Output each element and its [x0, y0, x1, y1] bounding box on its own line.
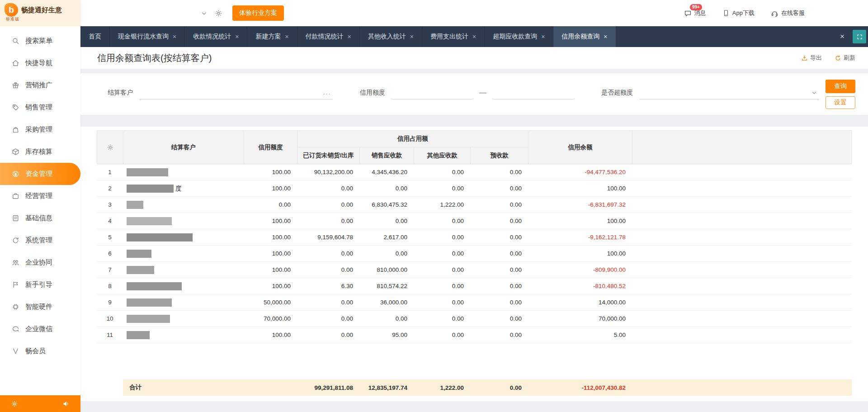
- header-sales-receivable: 销售应收款: [360, 147, 414, 164]
- tab-首页[interactable]: 首页: [80, 26, 110, 47]
- customer-name-suffix: 度: [175, 185, 182, 193]
- funds-icon: [12, 170, 19, 178]
- tab-新建方案[interactable]: 新建方案 ×: [247, 26, 297, 47]
- customer-cell: [123, 197, 244, 213]
- table-row[interactable]: 5 100.00 9,159,604.78 2,617.00 0.00 0.00…: [97, 229, 852, 246]
- sidebar-item-label: 经营管理: [25, 192, 52, 200]
- sidebar-item-purchase[interactable]: 采购管理: [0, 118, 80, 141]
- messages-button[interactable]: 99+ 消息: [684, 9, 706, 17]
- table-row[interactable]: 1 100.00 90,132,200.00 4,345,436.20 0.00…: [97, 164, 852, 180]
- table-row[interactable]: 11 100.00 0.00 95.00 0.00 0.00 5.00: [97, 327, 852, 343]
- row-filler: [632, 229, 852, 245]
- tab-close-icon[interactable]: ×: [235, 33, 239, 40]
- credit-balance-cell: 100.00: [528, 246, 632, 261]
- tab-close-icon[interactable]: ×: [472, 33, 476, 40]
- redacted-customer-name: [127, 282, 182, 290]
- range-separator: —: [479, 89, 486, 99]
- sidebar-item-sales[interactable]: 销售管理: [0, 96, 80, 118]
- row-filler: [632, 262, 852, 278]
- close-all-tabs-icon[interactable]: ×: [835, 30, 849, 43]
- sidebar-item-label: 企业协同: [25, 258, 52, 267]
- brand-edition: 标准版: [6, 16, 19, 22]
- customer-filter-input[interactable]: [139, 88, 333, 99]
- tab-close-icon[interactable]: ×: [541, 33, 545, 40]
- settings-button[interactable]: 设置: [826, 96, 855, 109]
- tab-actions: ×: [835, 26, 868, 47]
- tab-close-icon[interactable]: ×: [410, 33, 414, 40]
- total-credit-balance: -112,007,430.82: [528, 379, 632, 396]
- tab-close-icon[interactable]: ×: [604, 33, 607, 40]
- table-row[interactable]: 7 100.00 0.00 810,000.00 0.00 0.00 -809,…: [97, 262, 852, 278]
- credit-limit-cell: 100.00: [244, 327, 297, 343]
- sidebar-item-marketing[interactable]: 营销推广: [0, 74, 80, 96]
- settings-gear-icon[interactable]: [11, 400, 18, 407]
- sidebar-item-guide[interactable]: 新手引导: [0, 274, 80, 296]
- column-settings-gear-icon[interactable]: [97, 131, 123, 164]
- tab-其他收入统计[interactable]: 其他收入统计 ×: [360, 26, 422, 47]
- row-filler: [632, 180, 852, 196]
- sidebar-item-funds[interactable]: 资金管理: [0, 163, 80, 185]
- table-row[interactable]: 10 70,000.00 0.00 0.00 0.00 0.00 70,000.…: [97, 311, 852, 327]
- guide-icon: [12, 281, 19, 289]
- export-button[interactable]: 导出: [801, 54, 822, 62]
- row-index: 7: [97, 262, 123, 278]
- tab-close-icon[interactable]: ×: [285, 33, 288, 40]
- sales-receivable-cell: 2,617.00: [359, 229, 414, 245]
- sidebar-item-business[interactable]: 经营管理: [0, 185, 80, 207]
- sidebar-item-info[interactable]: 基础信息: [0, 207, 80, 229]
- refresh-label: 刷新: [844, 54, 855, 62]
- credit-max-input[interactable]: [493, 88, 574, 99]
- sidebar-item-system[interactable]: 系统管理: [0, 229, 80, 251]
- tab-close-icon[interactable]: ×: [348, 33, 351, 40]
- sidebar-item-hardware[interactable]: 智能硬件: [0, 296, 80, 318]
- credit-min-input[interactable]: [392, 88, 473, 99]
- table-row[interactable]: 3 0.00 0.00 6,830,475.32 1,222.00 0.00 -…: [97, 197, 852, 213]
- table-row[interactable]: 4 100.00 0.00 0.00 0.00 0.00 100.00: [97, 213, 852, 229]
- tab-超期应收款查询[interactable]: 超期应收款查询 ×: [485, 26, 553, 47]
- header-credit-balance: 信用余额: [528, 131, 632, 164]
- tab-付款情况统计[interactable]: 付款情况统计 ×: [297, 26, 360, 47]
- sidebar-item-search[interactable]: 搜索菜单: [0, 30, 80, 52]
- tab-信用余额查询[interactable]: 信用余额查询 ×: [553, 26, 616, 47]
- online-service-button[interactable]: 在线客服: [771, 9, 805, 17]
- app-download-button[interactable]: App下载: [722, 9, 755, 17]
- sidebar-item-label: 企业微信: [25, 325, 52, 333]
- ordered-not-shipped-cell: 0.00: [297, 213, 359, 229]
- sidebar-item-label: 资金管理: [25, 170, 52, 178]
- sound-icon[interactable]: [62, 400, 70, 407]
- table-row[interactable]: 9 50,000.00 0.00 36,000.00 0.00 0.00 14,…: [97, 294, 852, 311]
- credit-limit-cell: 100.00: [244, 229, 297, 245]
- table-row[interactable]: 8 100.00 6.30 810,574.22 0.00 0.00 -810,…: [97, 278, 852, 294]
- tab-close-icon[interactable]: ×: [173, 33, 176, 40]
- sidebar-item-wechat[interactable]: 企业微信: [0, 318, 80, 340]
- advance-received-cell: 0.00: [470, 262, 528, 278]
- tab-现金银行流水查询[interactable]: 现金银行流水查询 ×: [110, 26, 185, 47]
- fullscreen-icon[interactable]: [853, 30, 866, 43]
- header-advance-received: 预收款: [471, 147, 528, 164]
- table-row[interactable]: 2 度 100.00 0.00 0.00 0.00 0.00 100.00: [97, 180, 852, 197]
- customer-picker-ellipsis[interactable]: ···: [323, 90, 331, 97]
- gear-icon[interactable]: [215, 9, 222, 17]
- over-limit-select[interactable]: [639, 87, 819, 99]
- row-index: 9: [97, 294, 123, 310]
- tab-费用支出统计[interactable]: 费用支出统计 ×: [422, 26, 485, 47]
- experience-plan-button[interactable]: 体验行业方案: [232, 5, 284, 21]
- chevron-down-icon[interactable]: [201, 10, 208, 17]
- inventory-icon: [12, 148, 19, 156]
- sidebar-item-collab[interactable]: 企业协同: [0, 251, 80, 274]
- tab-收款情况统计[interactable]: 收款情况统计 ×: [185, 26, 247, 47]
- credit-balance-cell: 14,000.00: [528, 294, 632, 310]
- other-receivable-cell: 1,222.00: [414, 197, 470, 213]
- export-icon: [801, 55, 808, 62]
- sidebar-item-member[interactable]: 畅会员: [0, 340, 80, 362]
- row-filler: [632, 278, 852, 294]
- customer-cell: [123, 246, 244, 261]
- refresh-button[interactable]: 刷新: [835, 54, 855, 62]
- sidebar-item-inventory[interactable]: 库存核算: [0, 141, 80, 163]
- table-row[interactable]: 6 100.00 0.00 0.00 0.00 0.00 100.00: [97, 246, 852, 262]
- page-title-bar: 信用余额查询表(按结算客户) 导出 刷新: [80, 47, 868, 69]
- over-limit-filter-label: 是否超额度: [601, 89, 633, 99]
- sidebar-item-nav[interactable]: 快捷导航: [0, 52, 80, 74]
- over-limit-input[interactable]: [639, 88, 819, 99]
- query-button[interactable]: 查询: [826, 80, 855, 93]
